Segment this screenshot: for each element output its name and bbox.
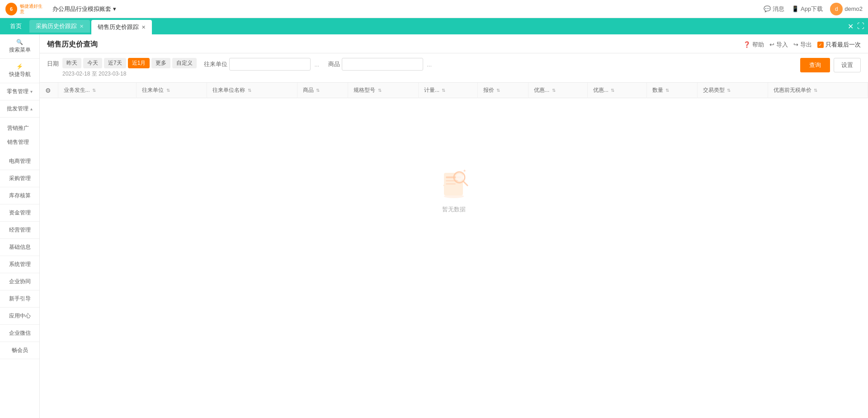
search-icon: 🔍	[16, 39, 23, 45]
sidebar-item-search-menu[interactable]: 🔍 搜索菜单	[0, 34, 39, 59]
message-label: 消息	[773, 5, 784, 13]
sidebar-item-inventory[interactable]: 库存核算	[0, 187, 39, 204]
sort-icon: ⇅	[496, 88, 500, 93]
sidebar-item-marketing[interactable]: 营销推广	[0, 121, 39, 135]
sort-icon: ⇅	[814, 88, 817, 93]
app-download-button[interactable]: 📱 App下载	[792, 5, 823, 13]
table-col-trade-type-label: 交易类型	[703, 87, 725, 93]
show-last-only-checkbox[interactable]: ✓ 只看最后一次	[817, 41, 861, 49]
date-btn-1month[interactable]: 近1月	[128, 58, 150, 68]
table-col-biz-date[interactable]: 业务发生... ⇅	[58, 83, 137, 98]
user-name: demo2	[844, 5, 863, 12]
date-btn-yesterday[interactable]: 昨天	[62, 58, 81, 68]
message-button[interactable]: 💬 消息	[764, 5, 784, 13]
sidebar-item-sales-mgmt[interactable]: 销售管理	[0, 135, 39, 149]
empty-state-row: ★ ✦ 暂无数据	[40, 98, 868, 280]
export-label: 导出	[800, 41, 812, 49]
sort-icon: ⇅	[727, 88, 731, 93]
main-layout: 🔍 搜索菜单 ⚡ 快捷导航 零售管理 ▾ 批发管理 ▴ 营销推广 销售管理 电商…	[0, 34, 868, 418]
table-col-product-label: 商品	[303, 87, 314, 93]
sidebar-item-retail-mgmt[interactable]: 零售管理 ▾	[0, 83, 39, 100]
tab-sales-history[interactable]: 销售历史价跟踪 ✕	[91, 20, 152, 34]
sidebar-item-onboarding[interactable]: 新手引导	[0, 290, 39, 308]
table-col-spec-label: 规格型号	[354, 87, 375, 93]
table-col-counterparty-name-label: 往来单位名称	[212, 87, 245, 93]
settings-icon[interactable]: ⚙	[45, 87, 51, 94]
table-col-discount1[interactable]: 优惠... ⇅	[528, 83, 588, 98]
table-col-counterparty[interactable]: 往来单位 ⇅	[137, 83, 207, 98]
date-btn-more[interactable]: 更多	[151, 58, 170, 68]
query-button[interactable]: 查询	[800, 58, 830, 72]
tab-home[interactable]: 首页	[4, 20, 28, 33]
sort-icon: ⇅	[442, 88, 445, 93]
top-bar-right: 💬 消息 📱 App下载 d demo2	[764, 3, 863, 15]
user-profile[interactable]: d demo2	[830, 3, 863, 15]
sort-icon: ⇅	[166, 88, 170, 93]
table-col-quote[interactable]: 报价 ⇅	[477, 83, 528, 98]
app-selector[interactable]: 办公用品行业模拟账套 ▾	[49, 3, 120, 15]
date-btn-today[interactable]: 今天	[83, 58, 102, 68]
logo-icon: 6	[5, 3, 17, 15]
settings-button[interactable]: 设置	[834, 58, 861, 72]
tab-close-all-icon[interactable]: ✕	[848, 22, 854, 31]
content-area: 销售历史价查询 ❓ 帮助 ↩ 导入 ↪ 导出 ✓ 只看最后一次	[40, 34, 868, 418]
tab-purchase-history-close[interactable]: ✕	[80, 24, 84, 29]
sidebar-item-app-center[interactable]: 应用中心	[0, 308, 39, 325]
counterparty-input[interactable]	[229, 58, 311, 71]
table-col-product[interactable]: 商品 ⇅	[297, 83, 348, 98]
import-icon: ↩	[769, 41, 774, 48]
table-col-discount2[interactable]: 优惠... ⇅	[587, 83, 646, 98]
sidebar-item-membership[interactable]: 畅会员	[0, 342, 39, 359]
date-btn-7days[interactable]: 近7天	[104, 58, 126, 68]
date-btn-custom[interactable]: 自定义	[172, 58, 197, 68]
sidebar-item-basic-info[interactable]: 基础信息	[0, 239, 39, 256]
sort-icon: ⇅	[92, 88, 96, 93]
sidebar-item-purchase-label: 采购管理	[9, 175, 31, 182]
sidebar-item-finance[interactable]: 资金管理	[0, 204, 39, 222]
counterparty-dots: ...	[312, 61, 321, 68]
sidebar-item-basic-info-label: 基础信息	[9, 243, 31, 251]
sidebar-item-ecommerce[interactable]: 电商管理	[0, 153, 39, 170]
sidebar-item-wholesale-mgmt-label: 批发管理	[7, 105, 28, 113]
table-col-pretax-price[interactable]: 优惠前无税单价 ⇅	[768, 83, 868, 98]
nav-icon: ⚡	[16, 63, 23, 70]
help-button[interactable]: ❓ 帮助	[743, 41, 764, 49]
sidebar-item-enterprise-wechat[interactable]: 企业微信	[0, 325, 39, 342]
sidebar-item-quick-nav[interactable]: ⚡ 快捷导航	[0, 59, 39, 83]
tab-purchase-history[interactable]: 采购历史价跟踪 ✕	[29, 20, 90, 33]
no-data-illustration: ★ ✦	[436, 164, 472, 200]
table-col-quantity[interactable]: 数量 ⇅	[646, 83, 698, 98]
table-col-counterparty-name[interactable]: 往来单位名称 ⇅	[207, 83, 297, 98]
checkbox-icon: ✓	[817, 42, 824, 48]
sort-icon: ⇅	[611, 88, 614, 93]
table-col-pretax-price-label: 优惠前无税单价	[774, 87, 811, 93]
sidebar-item-ops[interactable]: 经营管理	[0, 222, 39, 239]
sidebar-item-system[interactable]: 系统管理	[0, 256, 39, 273]
chevron-down-icon: ▾	[113, 5, 116, 12]
sidebar-item-enterprise-collab-label: 企业协同	[9, 278, 31, 285]
sidebar-item-system-label: 系统管理	[9, 261, 31, 268]
sidebar-item-enterprise-collab[interactable]: 企业协同	[0, 273, 39, 290]
sidebar-item-onboarding-label: 新手引导	[9, 295, 31, 303]
tab-fullscreen-icon[interactable]: ⛶	[857, 22, 864, 30]
sort-icon: ⇅	[248, 88, 251, 93]
table-col-unit[interactable]: 计量... ⇅	[419, 83, 478, 98]
sidebar: 🔍 搜索菜单 ⚡ 快捷导航 零售管理 ▾ 批发管理 ▴ 营销推广 销售管理 电商…	[0, 34, 40, 418]
export-button[interactable]: ↪ 导出	[793, 41, 812, 49]
table-col-trade-type[interactable]: 交易类型 ⇅	[698, 83, 768, 98]
tab-sales-history-close[interactable]: ✕	[142, 24, 146, 30]
table-col-spec[interactable]: 规格型号 ⇅	[348, 83, 419, 98]
sidebar-item-ecommerce-label: 电商管理	[9, 157, 31, 165]
svg-line-7	[463, 181, 467, 185]
svg-text:✦: ✦	[443, 184, 445, 187]
import-button[interactable]: ↩ 导入	[769, 41, 788, 49]
product-label: 商品	[328, 60, 340, 68]
sidebar-item-marketing-label: 营销推广	[7, 124, 29, 132]
svg-rect-4	[446, 183, 456, 185]
sidebar-item-quick-nav-label: 快捷导航	[9, 71, 31, 78]
import-label: 导入	[776, 41, 788, 49]
sidebar-item-wholesale-mgmt[interactable]: 批发管理 ▴	[0, 100, 39, 118]
sidebar-item-purchase[interactable]: 采购管理	[0, 170, 39, 187]
product-input[interactable]	[342, 58, 423, 71]
counterparty-filter: 往来单位 ...	[204, 58, 321, 71]
